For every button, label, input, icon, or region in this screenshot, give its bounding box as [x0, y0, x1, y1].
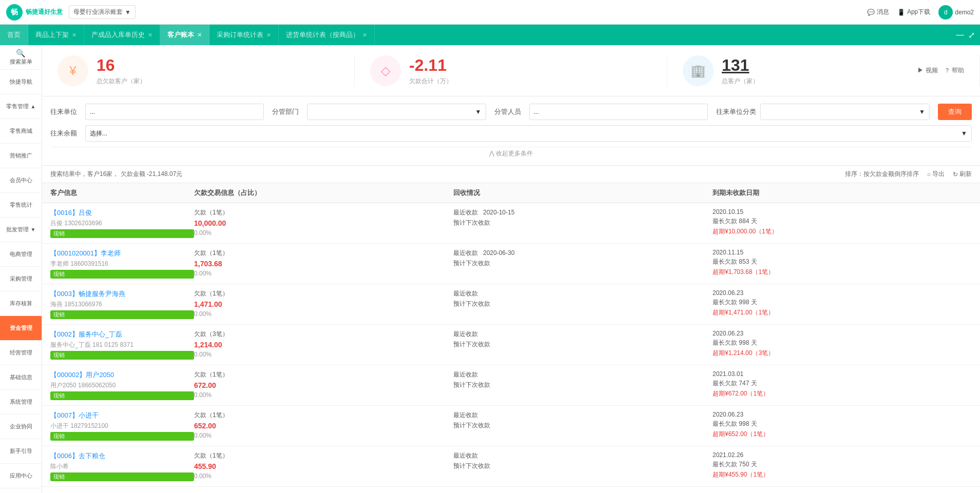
stat-number-customers: 16	[97, 56, 146, 75]
top-right: 💬 消息 📱 App下载 d demo2	[867, 5, 974, 19]
close-icon[interactable]: ✕	[148, 32, 152, 38]
close-icon[interactable]: ✕	[362, 32, 367, 38]
debt-amount[interactable]: 672.00	[194, 381, 453, 389]
message-button[interactable]: 💬 消息	[867, 8, 889, 16]
sidebar-item-app-center[interactable]: 应用中心	[0, 464, 42, 488]
sidebar-item-quicknav[interactable]: 快捷导航	[0, 70, 42, 94]
sidebar-item-retail-stats[interactable]: 零售统计	[0, 193, 42, 218]
customer-name[interactable]: 【0001020001】李老师	[50, 249, 194, 258]
user-menu[interactable]: d demo2	[938, 5, 974, 19]
query-button[interactable]: 查询	[938, 104, 972, 120]
sidebar-item-ecommerce[interactable]: 电商管理	[0, 242, 42, 267]
tab-home[interactable]: 首页	[0, 25, 28, 45]
sidebar-item-system[interactable]: 系统管理	[0, 390, 42, 415]
balance-label: 往来余额	[50, 129, 81, 138]
debt-count: 欠款（1笔）	[194, 208, 453, 217]
close-icon[interactable]: ✕	[197, 32, 202, 38]
debt-percent: 0.00%	[194, 432, 453, 439]
tab-purchase-order[interactable]: 采购订单统计表 ✕	[209, 25, 279, 45]
overdue-amount[interactable]: 超期¥1,471.00（1笔）	[713, 308, 972, 317]
overdue-days: 最长欠款 747 天	[713, 379, 972, 388]
division-select[interactable]: ▼	[307, 104, 486, 120]
customer-name[interactable]: 【0007】小进干	[50, 411, 194, 420]
debt-amount[interactable]: 652.00	[194, 422, 453, 430]
debt-amount[interactable]: 1,214.00	[194, 341, 453, 349]
sidebar-item-newbie[interactable]: 新手引导	[0, 439, 42, 464]
tab-inbound-stats[interactable]: 进货单统计表（按商品） ✕	[279, 25, 375, 45]
debt-amount[interactable]: 455.90	[194, 462, 453, 470]
last-collection-label: 最近收款 2020-10-15	[453, 208, 713, 217]
tab-product-offline[interactable]: 商品上下架 ✕	[28, 25, 84, 45]
sidebar-item-enterprise[interactable]: 企业协同	[0, 415, 42, 439]
overdue-amount[interactable]: 超期¥1,214.00（3笔）	[713, 349, 972, 358]
close-icon[interactable]: ✕	[72, 32, 76, 38]
tab-production-history[interactable]: 产成品入库单历史 ✕	[84, 25, 160, 45]
chevron-down-icon: ▼	[125, 9, 131, 16]
video-button[interactable]: ▶ 视频	[917, 66, 937, 75]
customer-tag: 现销	[50, 351, 194, 360]
main-layout: 🔍 搜索菜单 快捷导航 零售管理 ▲ 零售商城 营销推广 会员中心 零售统计 批…	[0, 45, 980, 493]
customer-name[interactable]: 【0016】吕俊	[50, 208, 194, 218]
message-icon: 💬	[867, 9, 875, 16]
customer-name[interactable]: 【0002】服务中心_丁磊	[50, 330, 194, 339]
sidebar-item-corp-wechat[interactable]: 企业微信	[0, 488, 42, 493]
customer-phone: 李老师 18600391516	[50, 260, 194, 268]
sort-label[interactable]: 排序：按欠款金额倒序排序	[845, 170, 919, 179]
sidebar-item-retail-mall[interactable]: 零售商城	[0, 119, 42, 144]
sidebar-item-marketing[interactable]: 营销推广	[0, 144, 42, 168]
close-icon[interactable]: ✕	[266, 32, 271, 38]
sidebar-item-purchase[interactable]: 采购管理	[0, 267, 42, 291]
app-download-button[interactable]: 📱 App下载	[897, 8, 930, 16]
sidebar-item-search[interactable]: 🔍 搜索菜单	[0, 45, 42, 70]
debt-amount[interactable]: 10,000.00	[194, 219, 453, 227]
help-button[interactable]: ？ 帮助	[944, 66, 964, 75]
filter-from-unit: 往来单位 ...	[50, 104, 264, 120]
results-actions: 排序：按欠款金额倒序排序 ○ 导出 ↻ 刷新	[845, 170, 972, 179]
customer-info: 【0006】去下粮仓 陈小希 现销	[50, 451, 194, 481]
sidebar-item-basic-info[interactable]: 基础信息	[0, 365, 42, 390]
overdue-amount[interactable]: 超期¥10,000.00（1笔）	[713, 227, 972, 236]
next-collection-label: 预计下次收款	[453, 219, 713, 227]
refresh-button[interactable]: ↻ 刷新	[953, 170, 972, 179]
sidebar-item-retail-mgmt[interactable]: 零售管理 ▲	[0, 94, 42, 119]
overdue-amount[interactable]: 超期¥1,703.68（1笔）	[713, 268, 972, 277]
customer-name[interactable]: 【0003】畅捷服务尹海燕	[50, 289, 194, 299]
next-collection-label: 预计下次收款	[453, 259, 713, 268]
stat-label-total: 总客户（家）	[722, 77, 759, 86]
from-unit-input[interactable]: ...	[85, 104, 264, 120]
sidebar-item-finance[interactable]: 资金管理	[0, 316, 42, 341]
col-customer-info: 客户信息	[50, 188, 194, 198]
filter-division: 分管部门 ▼	[272, 104, 486, 120]
overdue-amount[interactable]: 超期¥652.00（1笔）	[713, 430, 972, 439]
sidebar-item-operations[interactable]: 经营管理	[0, 341, 42, 365]
sidebar-item-inventory[interactable]: 库存核算	[0, 291, 42, 316]
customer-info: 【0001020001】李老师 李老师 18600391516 现销	[50, 249, 194, 279]
debt-amount[interactable]: 1,703.68	[194, 260, 453, 268]
debt-info: 欠款（1笔） 1,703.68 0.00%	[194, 249, 453, 277]
next-collection-label: 预计下次收款	[453, 462, 713, 470]
sidebar-item-wholesale-mgmt[interactable]: 批发管理 ▼	[0, 218, 42, 242]
tab-customer-account[interactable]: 客户账本 ✕	[160, 25, 209, 45]
sidebar-item-member[interactable]: 会员中心	[0, 168, 42, 193]
help-icon: ？	[944, 67, 950, 74]
overdue-amount[interactable]: 超期¥672.00（1笔）	[713, 389, 972, 398]
tab-maximize-icon[interactable]: ⤢	[968, 30, 975, 40]
store-selector[interactable]: 母婴行业演示账套 ▼	[69, 5, 136, 19]
filter-manager: 分管人员 ...	[494, 104, 708, 120]
export-button[interactable]: ○ 导出	[927, 170, 945, 179]
customer-name[interactable]: 【000002】用户2050	[50, 370, 194, 380]
tab-minimize-icon[interactable]: —	[956, 30, 964, 40]
unit-category-select[interactable]: ▼	[760, 104, 930, 120]
filter-row-2: 往来余额 选择... ▼	[50, 125, 972, 142]
col-collection: 回收情况	[453, 188, 713, 198]
debt-percent: 0.00%	[194, 310, 453, 318]
next-collection-label: 预计下次收款	[453, 340, 713, 349]
manager-input[interactable]: ...	[529, 104, 708, 120]
balance-select[interactable]: 选择... ▼	[85, 125, 972, 142]
col-debt-info: 欠款交易信息（占比）	[194, 188, 453, 198]
debt-amount[interactable]: 1,471.00	[194, 300, 453, 308]
collapse-bar[interactable]: ⋀ 收起更多条件	[50, 147, 972, 160]
customer-name[interactable]: 【0006】去下粮仓	[50, 451, 194, 461]
overdue-amount[interactable]: 超期¥455.90（1笔）	[713, 470, 972, 479]
download-icon: 📱	[897, 9, 905, 16]
